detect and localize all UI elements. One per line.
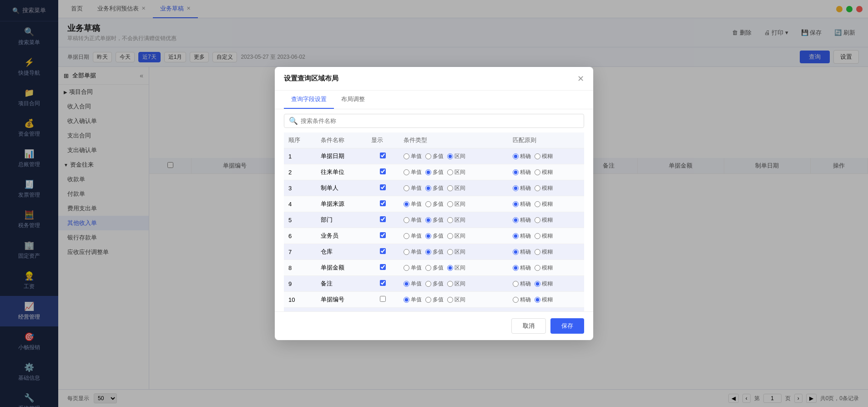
cancel-button[interactable]: 取消	[511, 318, 546, 334]
display-checkbox-0[interactable]	[380, 153, 386, 158]
radio-rule-精确[interactable]: 精确	[513, 280, 531, 288]
radio-rule-精确[interactable]: 精确	[513, 232, 531, 240]
dialog-tab-layout[interactable]: 布局调整	[334, 91, 372, 109]
radio-rule-模糊[interactable]: 模糊	[535, 264, 553, 272]
display-checkbox-8[interactable]	[380, 280, 386, 286]
cell-condtype: 单值 多值 区间	[399, 308, 509, 312]
dialog-tab-fields[interactable]: 查询字段设置	[284, 91, 334, 109]
radio-rule-模糊[interactable]: 模糊	[535, 232, 553, 240]
radio-rule-精确[interactable]: 精确	[513, 153, 531, 160]
display-checkbox-7[interactable]	[380, 264, 386, 270]
radio-type-区间[interactable]: 区间	[447, 280, 465, 288]
cell-display[interactable]	[367, 260, 399, 276]
cell-name: 单据来源	[316, 196, 367, 212]
radio-rule-模糊[interactable]: 模糊	[535, 248, 553, 256]
cell-condtype: 单值 多值 区间	[399, 292, 509, 308]
radio-type-多值[interactable]: 多值	[425, 168, 444, 176]
cell-condtype: 单值 多值 区间	[399, 180, 509, 196]
radio-type-单值[interactable]: 单值	[404, 248, 422, 256]
table-row: 11 制单日期 单值 多值 区间	[284, 308, 584, 312]
radio-type-多值[interactable]: 多值	[425, 280, 444, 288]
table-row: 7 仓库 单值 多值 区间	[284, 244, 584, 260]
radio-type-单值[interactable]: 单值	[404, 184, 422, 192]
radio-rule-精确[interactable]: 精确	[513, 248, 531, 256]
display-checkbox-2[interactable]	[380, 184, 386, 190]
display-checkbox-4[interactable]	[380, 216, 386, 222]
cell-display[interactable]	[367, 148, 399, 164]
display-checkbox-9[interactable]	[380, 296, 386, 302]
radio-type-多值[interactable]: 多值	[425, 153, 444, 160]
radio-type-多值[interactable]: 多值	[425, 216, 444, 224]
cell-display[interactable]	[367, 244, 399, 260]
cell-order: 1	[284, 148, 316, 164]
cell-display[interactable]	[367, 164, 399, 180]
radio-type-多值[interactable]: 多值	[425, 200, 444, 208]
radio-type-多值[interactable]: 多值	[425, 248, 444, 256]
dialog-header: 设置查询区域布局 ✕	[275, 67, 593, 91]
cell-display[interactable]	[367, 292, 399, 308]
dialog-close-button[interactable]: ✕	[577, 75, 584, 83]
radio-type-单值[interactable]: 单值	[404, 280, 422, 288]
radio-rule-模糊[interactable]: 模糊	[535, 280, 553, 288]
table-row: 3 制单人 单值 多值 区间	[284, 180, 584, 196]
dialog-search-input[interactable]	[301, 117, 579, 124]
radio-type-区间[interactable]: 区间	[447, 168, 465, 176]
display-checkbox-1[interactable]	[380, 168, 386, 174]
radio-type-单值[interactable]: 单值	[404, 153, 422, 160]
cell-name: 制单人	[316, 180, 367, 196]
cell-display[interactable]	[367, 212, 399, 228]
radio-rule-精确[interactable]: 精确	[513, 296, 531, 304]
cell-order: 3	[284, 180, 316, 196]
cell-display[interactable]	[367, 228, 399, 244]
cell-name: 单据金额	[316, 260, 367, 276]
radio-type-单值[interactable]: 单值	[404, 200, 422, 208]
radio-type-单值[interactable]: 单值	[404, 168, 422, 176]
radio-rule-模糊[interactable]: 模糊	[535, 184, 553, 192]
radio-type-单值[interactable]: 单值	[404, 232, 422, 240]
radio-type-区间[interactable]: 区间	[447, 232, 465, 240]
cell-display[interactable]	[367, 196, 399, 212]
radio-type-区间[interactable]: 区间	[447, 153, 465, 160]
dialog-tabs: 查询字段设置 布局调整	[275, 91, 593, 109]
display-checkbox-5[interactable]	[380, 232, 386, 238]
table-row: 9 备注 单值 多值 区间	[284, 276, 584, 292]
radio-type-区间[interactable]: 区间	[447, 248, 465, 256]
radio-type-区间[interactable]: 区间	[447, 296, 465, 304]
cell-display[interactable]	[367, 308, 399, 312]
radio-type-单值[interactable]: 单值	[404, 216, 422, 224]
radio-type-多值[interactable]: 多值	[425, 232, 444, 240]
modal-overlay: 设置查询区域布局 ✕ 查询字段设置 布局调整 🔍 顺序 条件名称 显示	[0, 0, 868, 407]
cell-name: 往来单位	[316, 164, 367, 180]
table-row: 5 部门 单值 多值 区间	[284, 212, 584, 228]
radio-rule-精确[interactable]: 精确	[513, 168, 531, 176]
radio-rule-精确[interactable]: 精确	[513, 200, 531, 208]
radio-type-区间[interactable]: 区间	[447, 264, 465, 272]
radio-type-多值[interactable]: 多值	[425, 184, 444, 192]
radio-rule-模糊[interactable]: 模糊	[535, 168, 553, 176]
save-dialog-button[interactable]: 保存	[550, 318, 584, 334]
radio-type-单值[interactable]: 单值	[404, 296, 422, 304]
radio-type-区间[interactable]: 区间	[447, 216, 465, 224]
cell-display[interactable]	[367, 276, 399, 292]
dialog-table-wrap: 顺序 条件名称 显示 条件类型 匹配原则 1 单据日期 单值	[275, 132, 593, 311]
radio-type-多值[interactable]: 多值	[425, 296, 444, 304]
cell-order: 7	[284, 244, 316, 260]
radio-rule-精确[interactable]: 精确	[513, 184, 531, 192]
cell-order: 9	[284, 276, 316, 292]
radio-type-单值[interactable]: 单值	[404, 264, 422, 272]
display-checkbox-6[interactable]	[380, 248, 386, 254]
cell-name: 制单日期	[316, 308, 367, 312]
radio-rule-模糊[interactable]: 模糊	[535, 200, 553, 208]
cell-order: 10	[284, 292, 316, 308]
radio-type-多值[interactable]: 多值	[425, 264, 444, 272]
radio-type-区间[interactable]: 区间	[447, 200, 465, 208]
radio-rule-精确[interactable]: 精确	[513, 264, 531, 272]
radio-rule-精确[interactable]: 精确	[513, 216, 531, 224]
cell-display[interactable]	[367, 180, 399, 196]
radio-rule-模糊[interactable]: 模糊	[535, 296, 553, 304]
display-checkbox-3[interactable]	[380, 200, 386, 206]
radio-rule-模糊[interactable]: 模糊	[535, 216, 553, 224]
radio-type-区间[interactable]: 区间	[447, 184, 465, 192]
radio-rule-模糊[interactable]: 模糊	[535, 153, 553, 160]
cell-condtype: 单值 多值 区间	[399, 276, 509, 292]
